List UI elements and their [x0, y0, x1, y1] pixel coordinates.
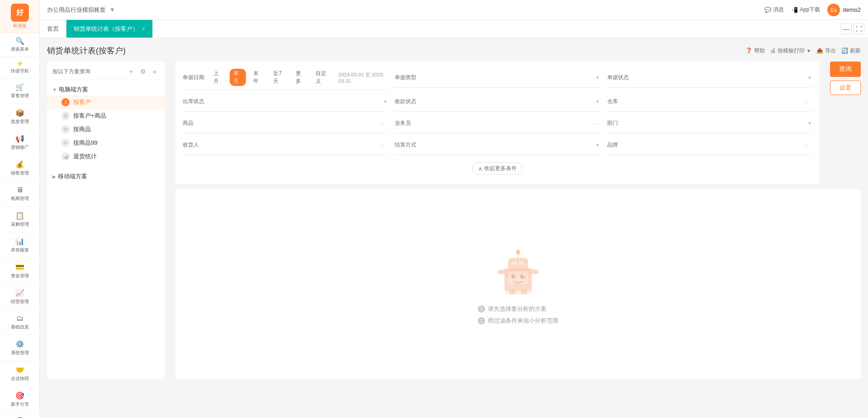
- sidebar-item-sales-label: 销售管理: [11, 170, 29, 176]
- scheme-group-expand-icon: ▼: [52, 87, 57, 92]
- scheme-collapse-button[interactable]: «: [150, 67, 159, 76]
- scheme-item-by-goods[interactable]: ≡ 按商品: [47, 123, 165, 136]
- sidebar-item-ecommerce-label: 电商管理: [11, 195, 29, 202]
- collapse-icon: ∧: [478, 166, 482, 172]
- date-tag-last-month[interactable]: 上月: [210, 69, 226, 86]
- order-status-select[interactable]: ▼: [634, 75, 812, 80]
- scheme-group-mobile-header[interactable]: ▶ 移动端方案: [47, 171, 165, 182]
- order-status-label: 单据状态: [607, 74, 634, 81]
- sidebar-item-operation-label: 经营管理: [11, 299, 29, 305]
- collapse-button[interactable]: ∧ 收起更多条件: [472, 162, 523, 175]
- help-button[interactable]: ❓ 帮助: [745, 47, 765, 55]
- tab-bar: 首页 销货单统计表（按客户） × — ⛶: [40, 20, 868, 38]
- search-menu-button[interactable]: 🔍 搜索菜单: [0, 33, 39, 57]
- settlement-select[interactable]: ▼: [422, 142, 599, 147]
- guide-icon: 🎯: [15, 391, 24, 400]
- dept-select[interactable]: ▼: [625, 121, 812, 126]
- sidebar-item-system[interactable]: ⚙️ 系统管理: [0, 335, 39, 361]
- header-dropdown-icon[interactable]: ▼: [109, 6, 115, 13]
- filter-query-row: 单据日期 上月 本月 本年 近7天 更多 自定义 2023-03-01 至 20…: [175, 62, 861, 189]
- out-status-select[interactable]: ▼: [210, 99, 387, 104]
- scheme-add-button[interactable]: +: [127, 67, 136, 76]
- svg-rect-9: [531, 270, 539, 274]
- sidebar-item-inventory[interactable]: 📊 库存核算: [0, 233, 39, 258]
- sidebar-item-marketing[interactable]: 📢 营销推广: [0, 130, 39, 156]
- scheme-item-return-stat[interactable]: 📊 退货统计: [47, 150, 165, 163]
- app-download-button[interactable]: 📲 App下载: [791, 6, 820, 14]
- sidebar-item-guide[interactable]: 🎯 新手引导: [0, 387, 39, 413]
- refresh-button[interactable]: 🔄 刷新: [841, 47, 861, 55]
- tab-sales-stat[interactable]: 销货单统计表（按客户） ×: [66, 20, 153, 38]
- tab-close-icon[interactable]: ×: [142, 26, 145, 32]
- system-icon: ⚙️: [15, 340, 24, 348]
- export-button[interactable]: 📤 导出: [816, 47, 836, 55]
- date-tag-more[interactable]: 更多: [292, 69, 308, 86]
- user-profile[interactable]: Ea demo2: [827, 4, 861, 16]
- avatar-text: Ea: [831, 7, 837, 13]
- tab-minimize-button[interactable]: —: [841, 24, 852, 34]
- date-tag-7days[interactable]: 近7天: [269, 69, 288, 86]
- message-icon: 💬: [764, 7, 771, 13]
- svg-rect-13: [512, 261, 517, 265]
- svg-rect-8: [497, 270, 505, 274]
- tab-home[interactable]: 首页: [40, 20, 66, 38]
- sidebar-item-sales[interactable]: 💰 销售管理: [0, 156, 39, 181]
- consignee-select[interactable]: ···: [210, 142, 387, 149]
- goods-select[interactable]: ···: [210, 120, 387, 127]
- sidebar-item-ecommerce[interactable]: 🖥 电商管理: [0, 181, 39, 207]
- scheme-item-by-customer-goods[interactable]: ≡ 按客户+商品: [47, 109, 165, 123]
- scheme-item-customer-label: 按客户: [73, 98, 91, 106]
- scheme-item-goods-icon: ≡: [61, 125, 70, 133]
- scheme-group-pc: ▼ 电脑端方案 人 按客户 ≡ 按客户+商品 ≡ 按商品: [47, 80, 165, 167]
- settings-button[interactable]: 设置: [830, 81, 861, 95]
- brand-select[interactable]: ···: [625, 142, 812, 149]
- scheme-panel: 按以下方案查询 + ⚙ « ▼ 电脑端方案 人 按客户: [47, 62, 165, 379]
- empty-tip-1: 1 请先选择要分析的方案: [478, 305, 558, 313]
- date-tag-this-year[interactable]: 本年: [250, 69, 266, 86]
- print-button[interactable]: 🖨 按模板打印 ▼: [770, 47, 811, 55]
- svg-rect-10: [508, 258, 528, 271]
- receipt-status-select[interactable]: ▼: [422, 99, 599, 104]
- tab-expand-button[interactable]: ⛶: [854, 24, 864, 34]
- header-title: 办公用品行业模拟账套: [47, 6, 106, 14]
- sidebar-item-apps[interactable]: 📱 应用中心: [0, 413, 39, 418]
- scheme-item-by-goods-99[interactable]: ≡ 按商品99: [47, 136, 165, 150]
- sidebar-item-enterprise[interactable]: 🤝 企业协同: [0, 361, 39, 387]
- avatar: Ea: [827, 4, 840, 16]
- warehouse-dots: ···: [804, 98, 812, 105]
- operation-icon: 📈: [15, 289, 24, 297]
- sidebar-item-retail-label: 零售管理: [11, 93, 29, 99]
- page-body: 销货单统计表(按客户) ❓ 帮助 🖨 按模板打印 ▼ 📤 导出 🔄 刷新: [40, 38, 868, 418]
- scheme-group-pc-header[interactable]: ▼ 电脑端方案: [47, 84, 165, 95]
- message-button[interactable]: 💬 消息: [764, 6, 784, 14]
- date-tag-this-month[interactable]: 本月: [230, 69, 246, 86]
- filter-actions: 查询 设置: [825, 62, 861, 95]
- sidebar-item-finance[interactable]: 💳 资金管理: [0, 258, 39, 284]
- svg-point-5: [520, 274, 525, 279]
- app-download-icon: 📲: [791, 7, 798, 13]
- scheme-settings-button[interactable]: ⚙: [138, 67, 147, 76]
- scheme-actions: + ⚙ «: [127, 67, 159, 76]
- order-type-arrow: ▼: [595, 75, 600, 80]
- salesman-dots: ···: [592, 120, 600, 127]
- warehouse-select[interactable]: ···: [625, 98, 812, 105]
- sidebar-item-basic[interactable]: 🗂 基础信息: [0, 310, 39, 335]
- scheme-item-by-customer[interactable]: 人 按客户: [47, 95, 165, 109]
- order-type-select[interactable]: ▼: [422, 75, 599, 80]
- sidebar-item-retail[interactable]: 🛒 零售管理: [0, 78, 39, 104]
- sidebar-item-operation[interactable]: 📈 经营管理: [0, 284, 39, 310]
- salesman-select[interactable]: ···: [422, 120, 599, 127]
- sidebar-item-purchase[interactable]: 📋 采购管理: [0, 207, 39, 233]
- query-button[interactable]: 查询: [830, 62, 861, 77]
- sidebar-item-enterprise-label: 企业协同: [11, 375, 29, 382]
- date-tag-custom[interactable]: 自定义: [312, 69, 333, 86]
- quick-nav-button[interactable]: ⚡ 快捷导航: [0, 57, 39, 78]
- quick-nav-label: 快捷导航: [11, 68, 29, 74]
- sidebar-item-basic-label: 基础信息: [11, 324, 29, 330]
- help-label: 帮助: [754, 47, 765, 55]
- svg-rect-16: [521, 290, 527, 294]
- print-icon: 🖨: [770, 48, 776, 54]
- sidebar-item-wholesale[interactable]: 📦 批发管理: [0, 104, 39, 130]
- dept-label: 部门: [607, 119, 625, 127]
- svg-point-6: [514, 275, 515, 276]
